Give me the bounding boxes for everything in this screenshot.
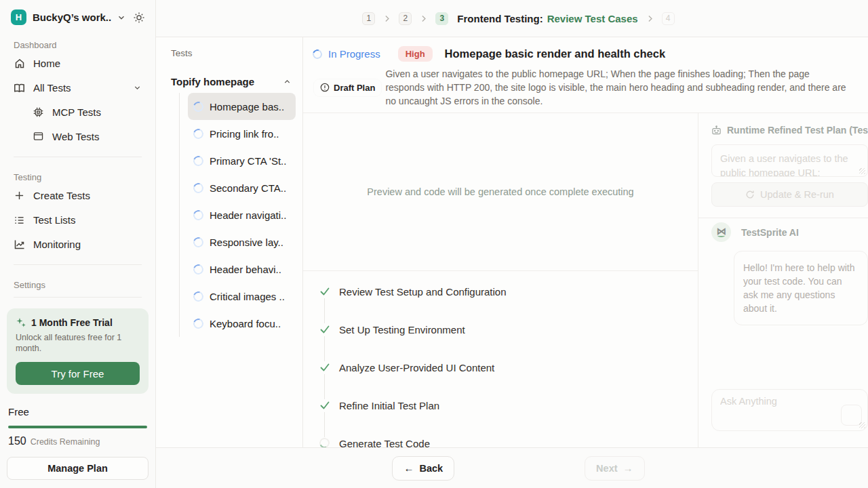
credits-label: Credits Remaining [31, 437, 100, 447]
workspace-name: BuckyQ’s work.. [33, 12, 111, 23]
section-label-settings: Settings [7, 280, 149, 290]
execution-step: Analyze User-Provided UI Content [319, 348, 698, 386]
resize-handle[interactable] [859, 168, 865, 174]
test-list-item[interactable]: Critical images .. [188, 283, 296, 310]
sidebar-item-label: Test Lists [33, 214, 76, 226]
runtime-plan-panel: Runtime Refined Test Plan (Tes Given a u… [698, 113, 868, 447]
execution-step: Refine Initial Test Plan [319, 386, 698, 424]
content-area: Tests Topify homepage Homepage bas.. Pri… [156, 37, 868, 447]
breadcrumb-step-3[interactable]: 3 [435, 12, 448, 25]
chevron-down-icon[interactable] [133, 83, 142, 92]
theme-toggle-icon[interactable] [134, 12, 144, 23]
sidebar-item-all-tests[interactable]: All Tests [7, 77, 149, 99]
assistant-name: TestSprite AI [741, 227, 799, 238]
check-icon [319, 399, 331, 411]
workspace-main: 1 2 3 Frontend Testing: Review Test Case… [156, 0, 868, 488]
check-icon [319, 361, 331, 373]
divider [14, 264, 142, 265]
sparkles-icon [16, 317, 26, 328]
manage-plan-button[interactable]: Manage Plan [7, 457, 149, 480]
robot-icon [711, 125, 722, 136]
assistant-message: Hello! I'm here to help with your test c… [734, 251, 868, 325]
sidebar-item-label: Home [33, 58, 60, 69]
runtime-plan-textarea[interactable]: Given a user navigates to the public hom… [711, 144, 868, 177]
sidebar-item-test-lists[interactable]: Test Lists [7, 209, 149, 231]
spinner-icon [192, 317, 205, 330]
refresh-icon [745, 190, 755, 199]
execution-step: Generate Test Code [319, 424, 698, 447]
trial-title: 1 Month Free Trial [31, 317, 113, 328]
chevron-right-icon [419, 14, 428, 23]
ask-anything-input[interactable] [720, 396, 859, 411]
execution-column: Preview and code will be generated once … [303, 113, 698, 447]
workspace-avatar: H [11, 9, 26, 25]
test-list-item[interactable]: Keyboard focu.. [188, 310, 296, 337]
test-list-item[interactable]: Header behavi.. [188, 256, 296, 283]
test-case-description: Given a user navigates to the public hom… [385, 67, 846, 108]
sidebar: H BuckyQ’s work.. Dashboard Home [0, 0, 156, 488]
execution-steps: Review Test Setup and Configuration Set … [303, 271, 698, 447]
test-group-topify-homepage[interactable]: Topify homepage [171, 76, 296, 87]
plan-name: Free [8, 406, 147, 418]
spinner-icon [192, 100, 205, 113]
chevron-up-icon [283, 77, 292, 86]
preview-placeholder-text: Preview and code will be generated once … [367, 186, 633, 197]
tests-panel: Tests Topify homepage Homepage bas.. Pri… [156, 37, 303, 447]
sidebar-item-home[interactable]: Home [7, 53, 149, 75]
back-button[interactable]: ← Back [392, 456, 454, 481]
spinner-icon [319, 437, 331, 447]
breadcrumb-step-2[interactable]: 2 [399, 12, 412, 25]
test-list-item[interactable]: Secondary CTA.. [188, 174, 296, 201]
check-icon [319, 285, 331, 298]
section-label-testing: Testing [7, 172, 149, 182]
check-icon [319, 323, 331, 336]
section-label-dashboard: Dashboard [7, 40, 149, 50]
assistant-header: ⋈ TestSprite AI [711, 222, 868, 242]
spinner-icon [311, 47, 324, 60]
trend-chart-icon [14, 239, 25, 249]
sidebar-item-label: All Tests [33, 82, 125, 94]
try-for-free-button[interactable]: Try for Free [16, 362, 140, 385]
book-open-icon [14, 83, 25, 94]
spinner-icon [192, 127, 205, 140]
sidebar-item-label: Web Tests [52, 131, 99, 142]
sidebar-item-label: MCP Tests [52, 106, 101, 118]
sidebar-item-label: Create Tests [33, 190, 90, 201]
plus-icon [14, 190, 25, 201]
app-window: H BuckyQ’s work.. Dashboard Home [0, 0, 868, 488]
test-case-detail: In Progress High Homepage basic render a… [303, 37, 868, 447]
test-list-item[interactable]: Primary CTA 'St.. [188, 147, 296, 174]
test-list-item[interactable]: Responsive lay.. [188, 228, 296, 256]
execution-step: Review Test Setup and Configuration [319, 272, 698, 310]
plan-block: Free 150 Credits Remaining [7, 406, 149, 447]
browser-window-icon [33, 131, 44, 141]
test-group-label: Topify homepage [171, 76, 254, 87]
testsprite-logo-icon: ⋈ [711, 222, 731, 242]
breadcrumb-step-4: 4 [662, 12, 675, 25]
resize-handle[interactable] [859, 422, 865, 428]
breadcrumb-current-page[interactable]: Review Test Cases [547, 13, 638, 24]
free-trial-card: 1 Month Free Trial Unlock all features f… [7, 308, 149, 394]
test-list-item[interactable]: Pricing link fro.. [188, 120, 296, 147]
divider [14, 157, 142, 157]
sidebar-item-web-tests[interactable]: Web Tests [7, 125, 149, 147]
workspace-switcher[interactable]: H BuckyQ’s work.. [7, 9, 149, 25]
update-rerun-button[interactable]: Update & Re-run [711, 182, 868, 207]
sidebar-item-mcp-tests[interactable]: MCP Tests [7, 102, 149, 123]
preview-pane: Preview and code will be generated once … [303, 113, 698, 271]
spinner-icon [192, 154, 205, 167]
chevron-right-icon [382, 14, 391, 23]
sidebar-item-create-tests[interactable]: Create Tests [7, 185, 149, 207]
wizard-footer: ← Back Next → [156, 447, 868, 488]
spinner-icon [192, 208, 205, 222]
test-list-item[interactable]: Header navigati.. [188, 201, 296, 228]
alert-circle-icon [320, 83, 330, 92]
next-button[interactable]: Next → [585, 456, 644, 481]
test-list-item[interactable]: Homepage bas.. [188, 93, 296, 120]
chip-icon [33, 107, 44, 117]
runtime-plan-title: Runtime Refined Test Plan (Tes [727, 125, 868, 136]
credits-progress-bar [8, 426, 147, 428]
spinner-icon [192, 289, 205, 303]
breadcrumb-step-1[interactable]: 1 [362, 12, 375, 25]
sidebar-item-monitoring[interactable]: Monitoring [7, 234, 149, 256]
